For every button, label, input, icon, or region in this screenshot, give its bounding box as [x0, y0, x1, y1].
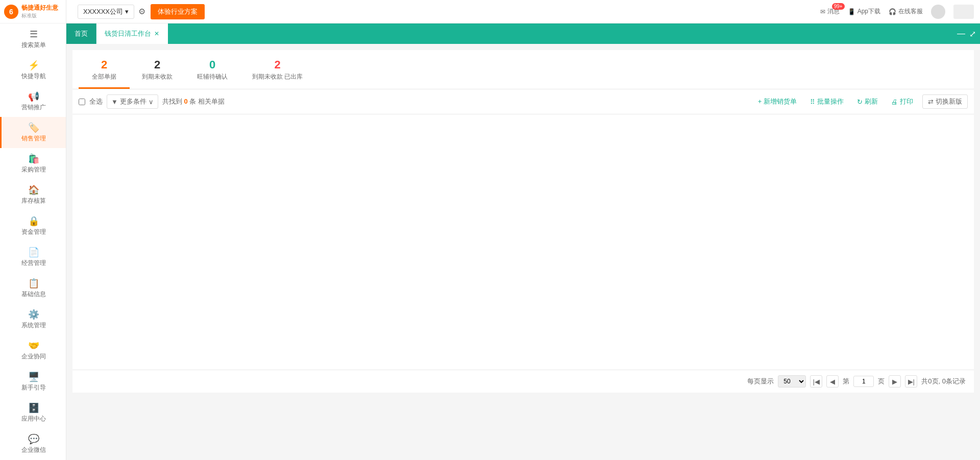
- sidebar-item-search-menu[interactable]: ☰ 搜索菜单: [0, 23, 66, 55]
- maximize-icon[interactable]: ⤢: [969, 29, 976, 39]
- sidebar-item-cooperation[interactable]: 🤝 企业协同: [0, 335, 66, 366]
- filter-icon: ▼: [111, 98, 118, 106]
- sidebar-item-operations[interactable]: 📄 经营管理: [0, 241, 66, 273]
- inventory-icon: 🏠: [28, 184, 39, 196]
- tab-close-icon[interactable]: ✕: [154, 30, 159, 37]
- search-menu-icon: ☰: [30, 29, 38, 40]
- stat-label-overdue-shipped: 到期未收款 已出库: [252, 72, 303, 81]
- switch-icon: ⇄: [928, 98, 934, 106]
- settings-button[interactable]: ⚙: [138, 7, 145, 16]
- marketing-icon: 📢: [28, 91, 39, 102]
- wechat-icon: 💬: [28, 433, 39, 445]
- app-download-button[interactable]: 📱 App下载: [848, 7, 880, 16]
- message-button[interactable]: ✉ 消息 99+: [820, 7, 840, 16]
- app-center-icon: 🗄️: [28, 402, 39, 414]
- filter-chevron-icon: ∨: [149, 98, 154, 106]
- app-version: 标准版: [21, 12, 58, 19]
- sidebar-item-sales[interactable]: 🏷️ 销售管理: [0, 117, 66, 148]
- found-count: 0: [184, 98, 188, 105]
- next-page-button[interactable]: ▶: [889, 375, 901, 388]
- filter-label: 更多条件: [120, 97, 146, 106]
- select-all-label: 全选: [89, 97, 103, 106]
- sidebar-item-quick-nav[interactable]: ⚡ 快捷导航: [0, 55, 66, 86]
- tab-workbench-label: 钱货日清工作台: [105, 29, 151, 38]
- system-icon: ⚙️: [28, 309, 39, 320]
- cooperation-icon: 🤝: [28, 340, 39, 351]
- toolbar-right: + 新增销货单 ⠿ 批量操作 ↻ 刷新 🖨 打印 ⇄ 切换新版: [754, 94, 968, 109]
- sidebar-item-marketing[interactable]: 📢 营销推广: [0, 86, 66, 117]
- batch-icon: ⠿: [810, 98, 815, 106]
- sidebar-item-inventory[interactable]: 🏠 库存核算: [0, 179, 66, 210]
- tab-home[interactable]: 首页: [66, 23, 96, 44]
- first-page-button[interactable]: |◀: [810, 375, 822, 388]
- user-menu[interactable]: [953, 5, 974, 19]
- nav-controls: — ⤢: [957, 29, 980, 39]
- service-icon: 🎧: [889, 8, 896, 15]
- stat-num-overdue: 2: [154, 58, 160, 71]
- refresh-button[interactable]: ↻ 刷新: [853, 95, 882, 108]
- logo-icon: 6: [4, 5, 18, 19]
- sidebar-item-app-center[interactable]: 🗄️ 应用中心: [0, 397, 66, 428]
- content-panel: 2 全部单据 2 到期未收款 0 旺辅待确认 2 到期未收款 已出库 全选 ▼ …: [72, 50, 974, 393]
- page-size-label: 每页显示: [747, 377, 774, 386]
- company-selector[interactable]: XXXXXX公司 ▾: [78, 5, 134, 19]
- experience-button[interactable]: 体验行业方案: [151, 4, 205, 19]
- stat-tab-overdue-shipped[interactable]: 2 到期未收款 已出库: [240, 54, 315, 89]
- page-number-input[interactable]: [853, 376, 874, 387]
- stat-num-all: 2: [101, 58, 107, 71]
- sidebar-item-wechat[interactable]: 💬 企业微信: [0, 428, 66, 459]
- sidebar: 6 畅捷通好生意 标准版 ☰ 搜索菜单 ⚡ 快捷导航 📢 营销推广 🏷️ 销售管…: [0, 0, 66, 460]
- top-header: XXXXXX公司 ▾ ⚙ 体验行业方案 ✉ 消息 99+ 📱 App下载 🎧 在…: [66, 0, 980, 23]
- page-label2: 页: [878, 377, 885, 386]
- header-right: ✉ 消息 99+ 📱 App下载 🎧 在线客服: [820, 5, 974, 19]
- total-records: 共0页, 0条记录: [921, 377, 966, 386]
- quick-nav-icon: ⚡: [28, 60, 39, 71]
- stat-num-pending: 0: [209, 58, 215, 71]
- page-size-select[interactable]: 50 100 200: [778, 375, 806, 388]
- stats-tabs: 2 全部单据 2 到期未收款 0 旺辅待确认 2 到期未收款 已出库: [72, 50, 974, 89]
- stat-tab-overdue[interactable]: 2 到期未收款: [130, 54, 185, 89]
- operations-icon: 📄: [28, 247, 39, 258]
- online-service-button[interactable]: 🎧 在线客服: [889, 7, 923, 16]
- online-service-label: 在线客服: [898, 7, 923, 16]
- sidebar-item-finance[interactable]: 🔒 资金管理: [0, 210, 66, 241]
- finance-icon: 🔒: [28, 215, 39, 227]
- message-badge: 99+: [832, 3, 845, 10]
- toolbar: 全选 ▼ 更多条件 ∨ 共找到 0 条 相关单据 + 新增销货单 ⠿ 批量操作 …: [72, 89, 974, 114]
- refresh-icon: ↻: [857, 98, 863, 106]
- batch-operation-button[interactable]: ⠿ 批量操作: [806, 95, 848, 108]
- download-icon: 📱: [848, 8, 855, 15]
- sidebar-item-guide[interactable]: 🖥️ 新手引导: [0, 366, 66, 397]
- new-order-button[interactable]: + 新增销货单: [754, 95, 801, 108]
- company-dropdown-icon: ▾: [125, 8, 129, 15]
- select-all-checkbox[interactable]: [79, 99, 85, 105]
- last-page-button[interactable]: ▶|: [905, 375, 917, 388]
- user-avatar[interactable]: [931, 5, 945, 19]
- purchase-icon: 🛍️: [28, 153, 39, 164]
- page-label: 第: [843, 377, 849, 386]
- filter-button[interactable]: ▼ 更多条件 ∨: [107, 94, 158, 109]
- prev-page-button[interactable]: ◀: [826, 375, 839, 388]
- sidebar-item-basic-info[interactable]: 📋 基础信息: [0, 273, 66, 304]
- stat-num-overdue-shipped: 2: [275, 58, 281, 71]
- stat-label-pending: 旺辅待确认: [197, 72, 228, 81]
- table-area: [72, 114, 974, 370]
- sidebar-item-purchase[interactable]: 🛍️ 采购管理: [0, 148, 66, 179]
- nav-tabs: 首页 钱货日清工作台 ✕ — ⤢: [66, 23, 980, 44]
- print-button[interactable]: 🖨 打印: [887, 95, 917, 108]
- stat-label-all: 全部单据: [92, 72, 116, 81]
- tab-work-bench[interactable]: 钱货日清工作台 ✕: [96, 23, 168, 44]
- company-name: XXXXXX公司: [83, 7, 123, 16]
- basic-info-icon: 📋: [28, 278, 39, 289]
- sidebar-item-system[interactable]: ⚙️ 系统管理: [0, 304, 66, 335]
- switch-version-button[interactable]: ⇄ 切换新版: [922, 94, 968, 109]
- stat-tab-pending[interactable]: 0 旺辅待确认: [185, 54, 240, 89]
- tab-home-label: 首页: [75, 29, 88, 38]
- minimize-icon[interactable]: —: [957, 29, 965, 38]
- stat-label-overdue: 到期未收款: [142, 72, 173, 81]
- sales-icon: 🏷️: [28, 122, 39, 133]
- app-name: 畅捷通好生意: [21, 4, 58, 12]
- app-download-label: App下载: [857, 7, 880, 16]
- stat-tab-all[interactable]: 2 全部单据: [79, 54, 130, 89]
- print-icon: 🖨: [891, 98, 898, 106]
